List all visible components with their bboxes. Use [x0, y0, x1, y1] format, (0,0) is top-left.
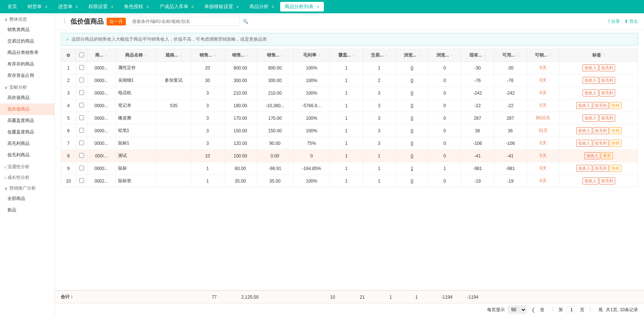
- row-checkbox[interactable]: [79, 65, 84, 70]
- row-view1[interactable]: 0: [396, 150, 429, 162]
- sidebar-item-new-products[interactable]: 新品: [0, 204, 54, 216]
- nav-sales-order[interactable]: 销货单 ✕: [23, 2, 52, 11]
- row-checkbox[interactable]: [79, 103, 84, 108]
- first-page-btn[interactable]: ❮: [530, 307, 537, 313]
- sidebar-item-all-products[interactable]: 全部商品: [0, 193, 54, 204]
- col-code[interactable]: 商... ↕: [87, 49, 115, 62]
- col-avail[interactable]: 可用... ↕: [494, 49, 527, 62]
- export-button[interactable]: ⬆ 导出: [624, 18, 638, 25]
- col-trade[interactable]: 交易... ↕: [363, 49, 396, 62]
- row-check[interactable]: [76, 162, 87, 175]
- collapse-sidebar-btn[interactable]: 《: [61, 18, 66, 25]
- close-icon[interactable]: ✕: [45, 5, 48, 9]
- view-link[interactable]: 0: [411, 78, 413, 83]
- close-icon[interactable]: ✕: [271, 5, 274, 9]
- row-view1[interactable]: 0: [396, 112, 429, 125]
- row-check[interactable]: [76, 62, 87, 74]
- row-view1[interactable]: 0: [396, 87, 429, 99]
- row-view1[interactable]: 1: [396, 162, 429, 175]
- nav-product-analysis[interactable]: 商品分析 ✕: [245, 2, 279, 11]
- row-view1[interactable]: 0: [396, 99, 429, 112]
- row-checkbox[interactable]: [79, 140, 84, 145]
- close-icon[interactable]: ✕: [191, 5, 194, 9]
- col-sales1[interactable]: 销售... ↕: [224, 49, 257, 62]
- col-stock[interactable]: 现有... ↕: [461, 49, 494, 62]
- table-container[interactable]: ⚙ 商... ↕ 商品名称 ↕ 规格... ↕ 销售... ↕ 销售... ↕ …: [55, 49, 644, 290]
- view-link[interactable]: 0: [411, 103, 413, 108]
- prev-page-btn[interactable]: 〈: [547, 306, 556, 313]
- close-icon[interactable]: ✕: [236, 5, 239, 9]
- row-check[interactable]: [76, 87, 87, 99]
- share-button[interactable]: ⤴ 分享: [608, 18, 620, 25]
- sidebar-item-inventory[interactable]: 有库存的商品: [0, 58, 54, 70]
- sidebar-item-low-value[interactable]: 低价值商品: [0, 103, 54, 115]
- col-select-all[interactable]: [76, 49, 87, 62]
- sidebar-item-traded[interactable]: 交易过的商品: [0, 35, 54, 47]
- view-link[interactable]: 0: [411, 65, 413, 71]
- sidebar-item-high-value[interactable]: 高价值商品: [0, 92, 54, 103]
- row-check[interactable]: [76, 112, 87, 125]
- nav-home[interactable]: 首页: [3, 2, 21, 11]
- col-view2[interactable]: 浏览... ↕: [428, 49, 461, 62]
- view-link[interactable]: 0: [411, 141, 413, 146]
- sidebar-item-high-profit[interactable]: 高毛利商品: [0, 138, 54, 149]
- view-link[interactable]: 0: [411, 116, 413, 121]
- nav-permissions[interactable]: 权限设置 ✕: [84, 2, 118, 11]
- row-checkbox[interactable]: [79, 115, 84, 120]
- row-checkbox[interactable]: [79, 90, 84, 95]
- view-link[interactable]: 0: [411, 91, 413, 96]
- col-sales2[interactable]: 销售... ↕: [257, 49, 293, 62]
- sidebar-item-low-profit[interactable]: 低毛利商品: [0, 149, 54, 161]
- search-input[interactable]: [129, 17, 240, 26]
- col-view1[interactable]: 浏览... ↕: [396, 49, 429, 62]
- row-check[interactable]: [76, 137, 87, 150]
- row-check[interactable]: [76, 175, 87, 187]
- view-link[interactable]: 1: [411, 166, 413, 171]
- close-icon[interactable]: ✕: [146, 5, 149, 9]
- row-checkbox[interactable]: [79, 166, 84, 170]
- nav-product-in[interactable]: 产成品入库单 ✕: [155, 2, 199, 11]
- select-all-checkbox[interactable]: [79, 52, 84, 57]
- view-link[interactable]: 0: [411, 179, 413, 184]
- row-view1[interactable]: 0: [396, 125, 429, 137]
- col-cover[interactable]: 覆盖... ↕: [330, 49, 363, 62]
- col-name[interactable]: 商品名称 ↕: [115, 49, 156, 62]
- row-check[interactable]: [76, 125, 87, 137]
- close-icon[interactable]: ✕: [75, 5, 78, 9]
- nav-product-analysis-list[interactable]: 商品分析列表 ✕: [280, 2, 324, 11]
- last-page-btn[interactable]: 尾: [598, 307, 603, 313]
- row-view1[interactable]: 0: [396, 74, 429, 87]
- sidebar-item-low-coverage[interactable]: 低覆盖度商品: [0, 126, 54, 138]
- row-checkbox[interactable]: [79, 78, 84, 82]
- close-icon[interactable]: ✕: [111, 5, 114, 9]
- row-checkbox[interactable]: [79, 153, 84, 158]
- row-view1[interactable]: 0: [396, 62, 429, 74]
- row-view1[interactable]: 0: [396, 137, 429, 150]
- sidebar-item-high-coverage[interactable]: 高覆盖度商品: [0, 115, 54, 126]
- col-settings[interactable]: ⚙: [61, 49, 76, 62]
- col-tags[interactable]: 标签 ↕: [560, 49, 638, 62]
- close-icon[interactable]: ✕: [316, 5, 319, 9]
- row-check[interactable]: [76, 99, 87, 112]
- col-days[interactable]: 可销... ↕: [527, 49, 560, 62]
- period-button[interactable]: 近一月: [107, 18, 126, 26]
- next-page-btn[interactable]: 〉: [587, 306, 596, 313]
- sidebar-item-capital[interactable]: 库存资金占用: [0, 70, 54, 81]
- search-icon[interactable]: 🔍: [243, 19, 248, 24]
- page-number-input[interactable]: [566, 306, 577, 313]
- nav-template[interactable]: 单据模板设置 ✕: [200, 2, 244, 11]
- sidebar-item-category-rate[interactable]: 商品分类销售率: [0, 47, 54, 58]
- row-view1[interactable]: 0: [396, 175, 429, 187]
- col-spec[interactable]: 规格... ↕: [156, 49, 191, 62]
- view-link[interactable]: 0: [411, 153, 413, 159]
- col-rate[interactable]: 毛利率 ↕: [293, 49, 330, 62]
- sidebar-item-sales-products[interactable]: 销售类商品: [0, 24, 54, 35]
- nav-role-auth[interactable]: 角色授权 ✕: [120, 2, 154, 11]
- row-checkbox[interactable]: [79, 178, 84, 183]
- nav-purchase-order[interactable]: 进货单 ✕: [54, 2, 83, 11]
- view-link[interactable]: 0: [411, 128, 413, 133]
- row-check[interactable]: [76, 150, 87, 162]
- page-size-select[interactable]: 50 100 200: [508, 306, 527, 314]
- col-qty[interactable]: 销售... ↕: [191, 49, 224, 62]
- row-check[interactable]: [76, 74, 87, 87]
